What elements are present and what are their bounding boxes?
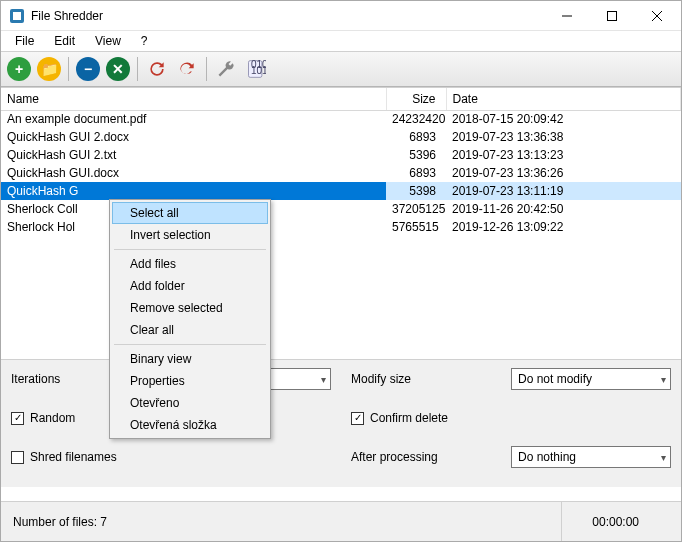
modify-size-select[interactable]: Do not modify ▾ — [511, 368, 671, 390]
minimize-button[interactable] — [544, 2, 589, 30]
after-processing-row: After processing Do nothing ▾ — [351, 446, 671, 468]
after-processing-value: Do nothing — [518, 450, 576, 464]
refresh-alt-icon — [177, 59, 197, 79]
binary-icon: 010101 — [246, 59, 266, 79]
ctx-binary-view[interactable]: Binary view — [112, 348, 268, 370]
svg-text:101: 101 — [251, 65, 266, 76]
cell-name: QuickHash G — [1, 182, 386, 200]
menu-edit[interactable]: Edit — [44, 32, 85, 50]
cell-date: 2018-07-15 20:09:42 — [446, 110, 681, 128]
svg-rect-1 — [13, 12, 21, 20]
modify-size-label: Modify size — [351, 372, 411, 386]
tool-binary-view[interactable]: 010101 — [242, 55, 270, 83]
cell-size: 5765515 — [386, 218, 446, 236]
refresh-icon — [147, 59, 167, 79]
column-headers[interactable]: Name Size Date — [1, 88, 681, 110]
cell-date: 2019-07-23 13:11:19 — [446, 182, 681, 200]
tool-add-files[interactable]: + — [5, 55, 33, 83]
folder-icon: 📁 — [37, 57, 61, 81]
modify-size-row: Modify size Do not modify ▾ — [351, 368, 671, 390]
chevron-down-icon: ▾ — [321, 374, 326, 385]
menubar: File Edit View ? — [1, 31, 681, 51]
cell-name: An example document.pdf — [1, 110, 386, 128]
menu-help[interactable]: ? — [131, 32, 158, 50]
tool-refresh-alt[interactable] — [173, 55, 201, 83]
ctx-separator — [114, 344, 266, 345]
tool-remove-selected[interactable]: − — [74, 55, 102, 83]
ctx-add-folder[interactable]: Add folder — [112, 275, 268, 297]
cell-name: QuickHash GUI 2.txt — [1, 146, 386, 164]
ctx-add-files[interactable]: Add files — [112, 253, 268, 275]
x-icon: ✕ — [106, 57, 130, 81]
after-processing-select[interactable]: Do nothing ▾ — [511, 446, 671, 468]
random-data-label: Random — [30, 411, 75, 425]
tool-clear-all[interactable]: ✕ — [104, 55, 132, 83]
cell-size: 24232420 — [386, 110, 446, 128]
table-row[interactable]: QuickHash GUI 2.txt53962019-07-23 13:13:… — [1, 146, 681, 164]
shred-filenames-label: Shred filenames — [30, 450, 117, 464]
app-icon — [9, 8, 25, 24]
maximize-button[interactable] — [589, 2, 634, 30]
toolbar-separator — [68, 57, 69, 81]
file-list[interactable]: Name Size Date An example document.pdf24… — [1, 87, 681, 359]
cell-size: 5396 — [386, 146, 446, 164]
modify-size-value: Do not modify — [518, 372, 592, 386]
cell-size: 5398 — [386, 182, 446, 200]
tool-add-folder[interactable]: 📁 — [35, 55, 63, 83]
ctx-invert-selection[interactable]: Invert selection — [112, 224, 268, 246]
svg-rect-3 — [607, 11, 616, 20]
ctx-open-folder[interactable]: Otevřená složka — [112, 414, 268, 436]
cell-size: 37205125 — [386, 200, 446, 218]
minus-icon: − — [76, 57, 100, 81]
plus-icon: + — [7, 57, 31, 81]
status-bar: Number of files: 7 00:00:00 — [1, 501, 681, 541]
shred-filenames-checkbox[interactable] — [11, 451, 24, 464]
file-count: Number of files: 7 — [13, 515, 107, 529]
cell-size: 6893 — [386, 164, 446, 182]
close-button[interactable] — [634, 2, 679, 30]
cell-date: 2019-07-23 13:13:23 — [446, 146, 681, 164]
toolbar-separator — [206, 57, 207, 81]
random-data-checkbox[interactable] — [11, 412, 24, 425]
col-name[interactable]: Name — [1, 88, 386, 110]
ctx-select-all[interactable]: Select all — [112, 202, 268, 224]
col-date[interactable]: Date — [446, 88, 681, 110]
toolbar-separator — [137, 57, 138, 81]
options-panel: Iterations ▾ Modify size Do not modify ▾… — [1, 359, 681, 487]
ctx-remove-selected[interactable]: Remove selected — [112, 297, 268, 319]
col-size[interactable]: Size — [386, 88, 446, 110]
menu-view[interactable]: View — [85, 32, 131, 50]
table-row[interactable]: Sherlock Coll372051252019-11-26 20:42:50 — [1, 200, 681, 218]
cell-date: 2019-12-26 13:09:22 — [446, 218, 681, 236]
ctx-separator — [114, 249, 266, 250]
cell-date: 2019-07-23 13:36:38 — [446, 128, 681, 146]
toolbar: + 📁 − ✕ 010101 — [1, 51, 681, 87]
table-row[interactable]: An example document.pdf242324202018-07-1… — [1, 110, 681, 128]
ctx-open[interactable]: Otevřeno — [112, 392, 268, 414]
cell-date: 2019-11-26 20:42:50 — [446, 200, 681, 218]
wrench-icon — [216, 59, 236, 79]
cell-name: QuickHash GUI.docx — [1, 164, 386, 182]
table-row[interactable]: QuickHash GUI 2.docx68932019-07-23 13:36… — [1, 128, 681, 146]
confirm-delete-row[interactable]: Confirm delete — [351, 407, 671, 429]
confirm-delete-checkbox[interactable] — [351, 412, 364, 425]
context-menu: Select all Invert selection Add files Ad… — [109, 199, 271, 439]
after-processing-label: After processing — [351, 450, 438, 464]
cell-name: QuickHash GUI 2.docx — [1, 128, 386, 146]
tool-refresh[interactable] — [143, 55, 171, 83]
ctx-properties[interactable]: Properties — [112, 370, 268, 392]
chevron-down-icon: ▾ — [661, 374, 666, 385]
ctx-clear-all[interactable]: Clear all — [112, 319, 268, 341]
table-row[interactable]: QuickHash GUI.docx68932019-07-23 13:36:2… — [1, 164, 681, 182]
table-row[interactable]: Sherlock Hol57655152019-12-26 13:09:22 — [1, 218, 681, 236]
shred-filenames-row[interactable]: Shred filenames — [11, 446, 331, 468]
menu-file[interactable]: File — [5, 32, 44, 50]
cell-size: 6893 — [386, 128, 446, 146]
timer: 00:00:00 — [561, 502, 669, 541]
chevron-down-icon: ▾ — [661, 452, 666, 463]
table-row[interactable]: QuickHash G53982019-07-23 13:11:19 — [1, 182, 681, 200]
titlebar: File Shredder — [1, 1, 681, 31]
iterations-label: Iterations — [11, 372, 60, 386]
confirm-delete-label: Confirm delete — [370, 411, 448, 425]
tool-settings[interactable] — [212, 55, 240, 83]
